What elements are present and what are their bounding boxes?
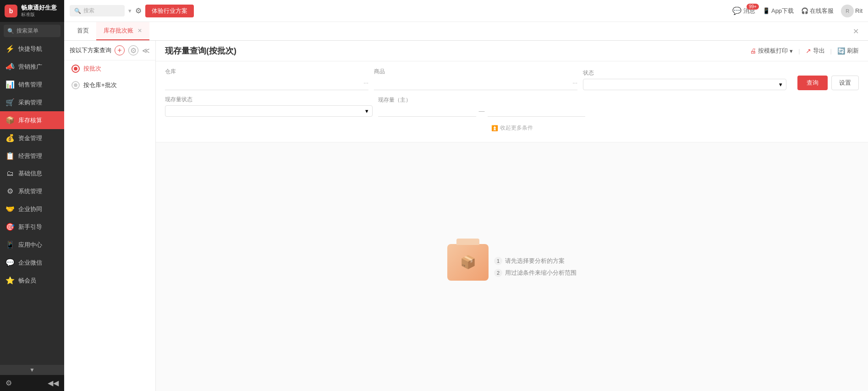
inventory-icon: 📦 bbox=[5, 116, 15, 125]
sidebar-item-label: 销售管理 bbox=[18, 81, 42, 89]
left-panel-actions: + ⚙ ≪ bbox=[115, 45, 150, 55]
export-label: 导出 bbox=[813, 47, 825, 55]
newbie-icon: 🎯 bbox=[5, 223, 15, 231]
query-btn[interactable]: 查询 bbox=[797, 76, 828, 90]
stock-amount-to[interactable] bbox=[488, 106, 586, 117]
left-panel-header: 按以下方案查询 + ⚙ ≪ bbox=[64, 41, 155, 60]
sidebar-item-purchase[interactable]: 🛒 采购管理 bbox=[0, 93, 64, 111]
sidebar-item-wechat[interactable]: 💬 企业微信 bbox=[0, 254, 64, 272]
collapse-conditions-btn[interactable]: ⏫ 收起更多条件 bbox=[165, 120, 859, 136]
user-menu[interactable]: R Rit bbox=[841, 5, 863, 17]
warehouse-more-icon[interactable]: ··· bbox=[363, 79, 368, 86]
tab-home-label: 首页 bbox=[77, 27, 89, 35]
export-btn[interactable]: ↗ 导出 bbox=[806, 47, 825, 55]
messages-btn[interactable]: 💬 消息 99+ bbox=[732, 6, 755, 15]
search-placeholder: 搜索菜单 bbox=[16, 27, 38, 35]
scheme-label: 按批次 bbox=[83, 65, 101, 73]
app-edition: 标准版 bbox=[21, 11, 57, 18]
divider: | bbox=[798, 48, 800, 54]
sidebar-item-member[interactable]: ⭐ 畅会员 bbox=[0, 272, 64, 289]
sidebar-search[interactable]: 🔍 搜索菜单 bbox=[4, 25, 60, 37]
tip-2-num: 2 bbox=[494, 269, 502, 277]
sidebar-title-wrap: 畅康通好生意 标准版 bbox=[21, 4, 57, 18]
topbar-gear-icon[interactable]: ⚙ bbox=[135, 6, 142, 15]
settings-icon[interactable]: ⚙ bbox=[5, 379, 12, 387]
scheme-by-batch[interactable]: 按批次 bbox=[64, 60, 155, 77]
product-more-icon[interactable]: ··· bbox=[572, 79, 577, 86]
sidebar-item-label: 企业协同 bbox=[18, 205, 42, 213]
trial-btn[interactable]: 体验行业方案 bbox=[145, 5, 194, 17]
tab-home[interactable]: 首页 bbox=[70, 22, 96, 40]
main-wrap: 🔍 搜索 ▾ ⚙ 体验行业方案 💬 消息 99+ 📱 App下载 🎧 在线客服 bbox=[64, 0, 868, 391]
collapse-icon[interactable]: ◀◀ bbox=[48, 379, 59, 387]
status-label: 状态 bbox=[583, 69, 786, 77]
scheme-inactive-icon bbox=[71, 81, 80, 89]
export-icon: ↗ bbox=[806, 47, 811, 54]
marketing-icon: 📣 bbox=[5, 62, 15, 71]
left-panel-title: 按以下方案查询 bbox=[70, 46, 111, 54]
tab-inventory-batch-label: 库存批次账 bbox=[104, 27, 133, 35]
sidebar-item-enterprise[interactable]: 🤝 企业协同 bbox=[0, 200, 64, 218]
status-select[interactable]: ▾ bbox=[583, 79, 786, 90]
basic-icon: 🗂 bbox=[5, 169, 15, 178]
sidebar-scroll-down[interactable]: ▼ bbox=[0, 365, 64, 375]
stock-status-select[interactable]: ▾ bbox=[165, 105, 373, 117]
stock-status-label: 现存量状态 bbox=[165, 96, 373, 103]
tab-close-icon[interactable]: ✕ bbox=[137, 27, 142, 34]
filter-area: 仓库 ··· 商品 ··· bbox=[156, 61, 868, 142]
sidebar-item-inventory[interactable]: 📦 库存核算 bbox=[0, 111, 64, 129]
empty-state: 📦 1 请先选择要分析的方案 2 用过滤条件来缩小分析范围 bbox=[156, 142, 868, 391]
status-dropdown-icon: ▾ bbox=[779, 81, 782, 88]
print-label: 按模板打印 bbox=[758, 47, 788, 55]
refresh-btn[interactable]: 🔄 刷新 bbox=[837, 47, 859, 55]
warehouse-label: 仓库 bbox=[165, 68, 368, 76]
wechat-icon: 💬 bbox=[5, 258, 15, 267]
quick-nav-icon: ⚡ bbox=[5, 44, 15, 53]
settings-scheme-btn[interactable]: ⚙ bbox=[128, 45, 138, 55]
print-btn[interactable]: 🖨 按模板打印 ▾ bbox=[750, 47, 793, 55]
add-scheme-btn[interactable]: + bbox=[115, 45, 125, 55]
tabbar-close-right[interactable]: ✕ bbox=[849, 27, 863, 36]
product-input[interactable] bbox=[374, 77, 571, 88]
sidebar-item-newbie[interactable]: 🎯 新手引导 bbox=[0, 218, 64, 236]
sidebar-item-marketing[interactable]: 📣 营销推广 bbox=[0, 58, 64, 76]
empty-tips: 1 请先选择要分析的方案 2 用过滤条件来缩小分析范围 bbox=[494, 257, 577, 281]
sidebar-item-system[interactable]: ⚙ 系统管理 bbox=[0, 182, 64, 200]
warehouse-input[interactable] bbox=[165, 77, 362, 88]
online-service-link[interactable]: 🎧 在线客服 bbox=[801, 7, 834, 15]
empty-box-illustration: 📦 bbox=[447, 244, 489, 281]
box-icon: 📦 bbox=[460, 255, 476, 270]
topbar-search-icon: 🔍 bbox=[74, 8, 81, 14]
print-dropdown-icon[interactable]: ▾ bbox=[790, 48, 793, 54]
topbar-dropdown-icon[interactable]: ▾ bbox=[128, 7, 132, 14]
content: 按以下方案查询 + ⚙ ≪ 按批次 bbox=[64, 41, 868, 391]
user-initials: R bbox=[846, 8, 849, 14]
messages-badge: 99+ bbox=[747, 4, 759, 10]
sidebar-item-sales[interactable]: 📊 销售管理 bbox=[0, 76, 64, 93]
app-download-link[interactable]: 📱 App下载 bbox=[763, 7, 794, 15]
status-field: 状态 ▾ bbox=[583, 69, 786, 90]
sidebar-item-app-center[interactable]: 📱 应用中心 bbox=[0, 236, 64, 254]
stock-amount-from[interactable] bbox=[378, 106, 476, 117]
settings-btn[interactable]: 设置 bbox=[831, 76, 859, 90]
stock-amount-dash: — bbox=[479, 108, 485, 114]
collapse-panel-icon[interactable]: ≪ bbox=[142, 46, 150, 55]
sidebar-item-label: 基础信息 bbox=[18, 169, 42, 178]
business-icon: 📋 bbox=[5, 152, 15, 160]
scheme-by-warehouse-batch[interactable]: 按仓库+批次 bbox=[64, 77, 155, 93]
tab-inventory-batch[interactable]: 库存批次账 ✕ bbox=[96, 22, 149, 40]
filter-action-buttons: 查询 设置 bbox=[797, 76, 859, 90]
refresh-label: 刷新 bbox=[847, 47, 859, 55]
sidebar-footer: ⚙ ◀◀ bbox=[0, 375, 64, 391]
sidebar-item-business[interactable]: 📋 经营管理 bbox=[0, 147, 64, 165]
collapse-label: 收起更多条件 bbox=[500, 124, 533, 132]
sidebar-item-basic[interactable]: 🗂 基础信息 bbox=[0, 165, 64, 182]
tip-2-text: 用过滤条件来缩小分析范围 bbox=[505, 269, 577, 277]
app-name: 畅康通好生意 bbox=[21, 4, 57, 11]
print-icon: 🖨 bbox=[750, 47, 756, 54]
phone-icon: 📱 bbox=[763, 7, 770, 14]
online-service-label: 在线客服 bbox=[810, 7, 834, 15]
topbar-search-box[interactable]: 🔍 搜索 bbox=[70, 5, 125, 16]
sidebar-item-finance[interactable]: 💰 资金管理 bbox=[0, 129, 64, 147]
sidebar-item-quick-nav[interactable]: ⚡ 快捷导航 bbox=[0, 40, 64, 58]
